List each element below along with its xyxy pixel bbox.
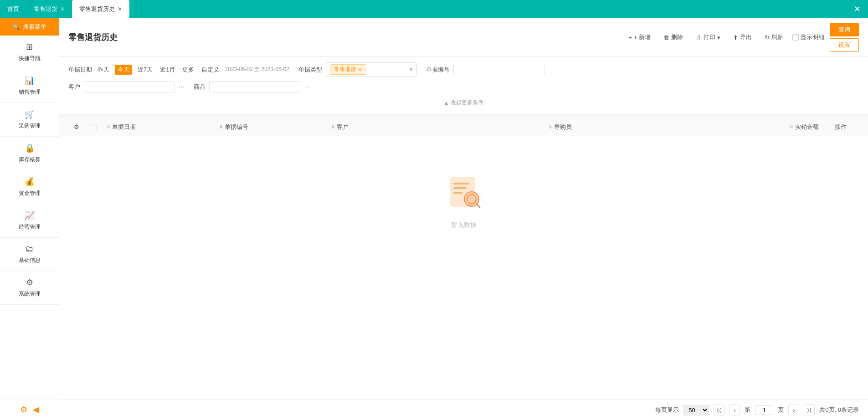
filter-row-2: 客户 ··· 商品 ··· xyxy=(68,81,859,92)
goods-label: 商品 xyxy=(194,83,205,91)
th-doc-no: ⇅ 单据编号 xyxy=(216,123,328,131)
page-unit: 页 xyxy=(778,406,784,414)
next-page-button[interactable]: › xyxy=(788,405,799,415)
customer-more-icon[interactable]: ··· xyxy=(179,83,185,91)
date-opt-more[interactable]: 更多 xyxy=(180,65,196,75)
doc-type-label: 单据类型 xyxy=(298,66,322,74)
th-settings[interactable]: ⚙ xyxy=(68,123,85,130)
th-guide: ⇅ 导购员 xyxy=(545,123,710,131)
sort-docno-icon[interactable]: ⇅ xyxy=(219,124,223,129)
date-opt-7days[interactable]: 近7天 xyxy=(136,65,154,75)
collapse-label: 收起更多条件 xyxy=(451,99,483,107)
print-button[interactable]: 🖨 打印 ▾ xyxy=(692,31,724,43)
delete-button[interactable]: 🗑 删除 xyxy=(660,31,687,43)
refresh-icon: ↻ xyxy=(765,34,770,41)
query-button[interactable]: 查询 xyxy=(830,23,859,36)
date-opt-today[interactable]: 今天 xyxy=(115,65,132,75)
quick-nav-icon: ⊞ xyxy=(26,42,33,52)
doc-type-dropdown-icon: ▾ xyxy=(410,66,413,73)
window-close-button[interactable]: ✕ xyxy=(854,4,861,14)
top-bar-right: ✕ xyxy=(854,4,868,14)
export-label: 导出 xyxy=(740,33,752,41)
sidebar-item-operations-mgmt[interactable]: 📈 经营管理 xyxy=(0,204,59,238)
sidebar-item-finance-mgmt[interactable]: 💰 资金管理 xyxy=(0,170,59,204)
th-doc-no-label: 单据编号 xyxy=(225,123,248,131)
inventory-icon: 🔒 xyxy=(25,143,35,153)
tab-retail-return-history[interactable]: 零售退货历史 ✕ xyxy=(72,0,129,18)
doc-type-tag: 零售退货 ✕ xyxy=(330,64,366,75)
date-opt-custom[interactable]: 自定义 xyxy=(200,65,221,75)
date-filter: 单据日期 昨天 今天 近7天 近1月 更多 自定义 2023-06-02 至 2… xyxy=(68,65,289,75)
doc-no-input[interactable] xyxy=(453,64,544,75)
empty-state: 暂无数据 xyxy=(59,136,868,266)
page-title: 零售退货历史 xyxy=(68,32,118,43)
show-detail-checkbox[interactable] xyxy=(792,34,799,41)
export-button[interactable]: ⬆ 导出 xyxy=(729,31,755,43)
page-input[interactable]: 1 xyxy=(755,405,773,415)
th-amount-label: 实销金额 xyxy=(795,123,819,131)
doc-no-label: 单据编号 xyxy=(426,66,450,74)
empty-text: 暂无数据 xyxy=(451,221,477,229)
goods-filter: 商品 ··· xyxy=(194,81,310,92)
main-layout: 🔍 搜索菜单 ⊞ 快捷导航 📊 销售管理 🛒 采购管理 🔒 库存核算 💰 资金管… xyxy=(0,18,868,420)
tab-retail-return[interactable]: 零售退货 ✕ xyxy=(26,0,72,18)
collapse-sidebar-icon[interactable]: ◀ xyxy=(33,405,39,415)
sidebar-item-system-mgmt[interactable]: ⚙ 系统管理 xyxy=(0,271,59,305)
setting-button[interactable]: 设置 xyxy=(830,38,859,52)
date-opt-yesterday[interactable]: 昨天 xyxy=(96,65,111,75)
page-header: 零售退货历史 + + 新增 🗑 删除 🖨 打印 ▾ ⬆ 导出 xyxy=(59,18,868,57)
sidebar-item-system-mgmt-label: 系统管理 xyxy=(19,290,41,298)
sidebar-item-sales-mgmt[interactable]: 📊 销售管理 xyxy=(0,69,59,103)
select-all-checkbox[interactable] xyxy=(91,124,97,130)
date-range-display: 2023-06-02 至 2023-06-02 xyxy=(225,66,289,73)
refresh-button[interactable]: ↻ 刷新 xyxy=(761,31,787,43)
sidebar-item-operations-mgmt-label: 经营管理 xyxy=(19,223,41,231)
sidebar-search-label: 搜索菜单 xyxy=(23,23,46,31)
table-area: ⚙ ⇅ 单据日期 ⇅ 单据编号 ⇅ 客户 ⇅ xyxy=(59,118,868,400)
tab-retail-return-history-close[interactable]: ✕ xyxy=(118,6,122,12)
th-customer-label: 客户 xyxy=(337,123,349,131)
last-page-button[interactable]: ⟩⟩ xyxy=(804,405,815,415)
date-opt-1month[interactable]: 近1月 xyxy=(158,65,177,75)
per-page-label: 每页显示 xyxy=(655,406,679,414)
tab-retail-return-close[interactable]: ✕ xyxy=(60,6,65,12)
collapse-bar[interactable]: ▲ 收起更多条件 xyxy=(68,97,859,108)
prev-page-button[interactable]: ‹ xyxy=(729,405,740,415)
sidebar-item-finance-mgmt-label: 资金管理 xyxy=(19,190,41,197)
th-ops: 操作 xyxy=(822,123,859,131)
th-check[interactable] xyxy=(85,124,103,130)
sidebar-item-quick-nav[interactable]: ⊞ 快捷导航 xyxy=(0,36,59,69)
finance-mgmt-icon: 💰 xyxy=(25,177,35,187)
sort-customer-icon[interactable]: ⇅ xyxy=(331,124,335,129)
tab-home[interactable]: 首页 xyxy=(0,0,26,18)
print-dropdown-icon: ▾ xyxy=(717,34,720,41)
settings-icon[interactable]: ⚙ xyxy=(20,405,27,415)
print-label: 打印 xyxy=(704,33,715,41)
doc-type-tag-close[interactable]: ✕ xyxy=(358,67,362,73)
svg-line-6 xyxy=(476,204,480,207)
sort-guide-icon[interactable]: ⇅ xyxy=(549,124,552,129)
basic-info-icon: 🗂 xyxy=(26,244,34,254)
sidebar-search[interactable]: 🔍 搜索菜单 xyxy=(0,18,59,36)
system-mgmt-icon: ⚙ xyxy=(26,277,33,287)
sort-date-icon[interactable]: ⇅ xyxy=(107,124,110,129)
sidebar-item-purchase-mgmt[interactable]: 🛒 采购管理 xyxy=(0,103,59,137)
delete-label: 删除 xyxy=(671,33,683,41)
per-page-select[interactable]: 50 20 100 xyxy=(683,405,709,415)
customer-input[interactable] xyxy=(84,81,175,92)
empty-illustration xyxy=(443,173,484,214)
new-button[interactable]: + + 新增 xyxy=(625,31,654,43)
new-icon: + xyxy=(628,34,632,41)
sidebar-item-inventory[interactable]: 🔒 库存核算 xyxy=(0,137,59,170)
sidebar-item-basic-info-label: 基础信息 xyxy=(19,256,41,264)
export-icon: ⬆ xyxy=(733,34,738,41)
sidebar-item-basic-info[interactable]: 🗂 基础信息 xyxy=(0,238,59,271)
sidebar-item-quick-nav-label: 快捷导航 xyxy=(19,55,41,62)
first-page-button[interactable]: ⟨⟨ xyxy=(714,405,724,415)
goods-input[interactable] xyxy=(209,81,300,92)
doc-type-select[interactable]: 零售退货 ✕ ▾ xyxy=(326,62,417,77)
total-info: 共0页, 0条记录 xyxy=(819,406,859,414)
show-detail-toggle[interactable]: 显示明细 xyxy=(792,33,824,41)
goods-more-icon[interactable]: ··· xyxy=(304,83,310,91)
sort-amount-icon[interactable]: ⇅ xyxy=(790,124,793,129)
